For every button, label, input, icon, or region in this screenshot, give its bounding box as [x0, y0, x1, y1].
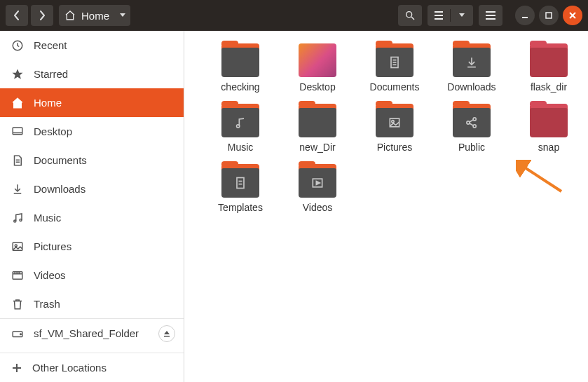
- sidebar-item-label: Music: [34, 212, 61, 224]
- sidebar-item-home[interactable]: Home: [0, 88, 184, 117]
- view-mode-combo: [428, 5, 473, 26]
- trash-icon: [11, 298, 24, 311]
- svg-point-39: [392, 121, 394, 123]
- sidebar-item-trash[interactable]: Trash: [0, 289, 184, 318]
- grid-item-downloads[interactable]: Downloads: [434, 43, 510, 93]
- music-icon: [11, 212, 24, 224]
- grid-item-music[interactable]: Music: [203, 104, 278, 153]
- sidebar-item-desktop[interactable]: Desktop: [0, 117, 184, 146]
- svg-rect-9: [546, 13, 552, 18]
- caret-down-icon: [119, 13, 126, 18]
- plus-icon: [11, 362, 22, 374]
- grid-item-label: Desktop: [299, 81, 335, 93]
- sidebar-item-music[interactable]: Music: [0, 203, 184, 232]
- sidebar-item-label: Documents: [34, 154, 87, 166]
- grid-item-desktop[interactable]: Desktop: [280, 43, 355, 93]
- folder-icon: [299, 104, 336, 137]
- home-icon: [11, 97, 24, 109]
- folder-icon: [453, 43, 491, 77]
- svg-point-28: [20, 334, 22, 335]
- header-bar: Home: [0, 0, 588, 31]
- grid-item-snap[interactable]: snap: [511, 104, 587, 153]
- svg-line-44: [470, 123, 474, 125]
- sidebar-item-label: sf_VM_Shared_Folder: [34, 327, 139, 339]
- svg-rect-45: [237, 178, 244, 189]
- svg-point-19: [20, 219, 22, 221]
- window-minimize-button[interactable]: [515, 6, 535, 25]
- folder-icon: [299, 164, 336, 198]
- svg-point-0: [406, 12, 412, 18]
- svg-line-1: [411, 17, 414, 20]
- clock-icon: [11, 39, 24, 52]
- file-grid: checkingDesktopDocumentsDownloadsflask_d…: [184, 31, 588, 382]
- hamburger-menu-button[interactable]: [479, 5, 502, 26]
- grid-item-label: Videos: [303, 202, 333, 213]
- pathbar-label: Home: [81, 10, 109, 22]
- drive-icon: [11, 327, 24, 340]
- sidebar-item-videos[interactable]: Videos: [0, 261, 184, 289]
- sidebar-item-label: Desktop: [34, 125, 72, 137]
- sidebar-item-recent[interactable]: Recent: [0, 31, 184, 60]
- folder-icon: [221, 164, 259, 198]
- sidebar-item-label: Starred: [34, 68, 68, 80]
- sidebar-item-downloads[interactable]: Downloads: [0, 175, 184, 203]
- videos-icon: [11, 269, 24, 282]
- window-close-button[interactable]: [563, 6, 582, 25]
- grid-item-checking[interactable]: checking: [203, 43, 278, 93]
- folder-icon: [376, 43, 413, 77]
- grid-item-documents[interactable]: Documents: [357, 43, 432, 93]
- sidebar-item-documents[interactable]: Documents: [0, 146, 184, 175]
- grid-item-label: new_Dir: [299, 142, 335, 153]
- desktop-icon: [11, 125, 24, 138]
- list-view-button[interactable]: [428, 5, 450, 26]
- svg-line-43: [470, 120, 474, 122]
- window-maximize-button[interactable]: [539, 6, 559, 25]
- svg-rect-29: [164, 336, 170, 337]
- star-icon: [11, 68, 24, 81]
- sidebar-item-label: Videos: [34, 269, 66, 281]
- grid-item-label: checking: [221, 81, 259, 93]
- documents-icon: [11, 154, 24, 167]
- sidebar-item-label: Other Locations: [32, 362, 107, 374]
- grid-item-label: Public: [458, 142, 485, 153]
- sidebar-item-label: Downloads: [34, 183, 86, 195]
- folder-icon: [530, 43, 568, 77]
- grid-item-label: Pictures: [377, 142, 413, 153]
- sidebar-item-label: Home: [34, 97, 62, 109]
- view-options-button[interactable]: [451, 5, 473, 26]
- pathbar-home[interactable]: Home: [59, 5, 130, 26]
- svg-point-37: [237, 125, 240, 128]
- grid-item-label: Documents: [370, 81, 420, 93]
- grid-item-public[interactable]: Public: [434, 104, 510, 153]
- pictures-icon: [11, 240, 24, 253]
- grid-item-new_dir[interactable]: new_Dir: [280, 104, 355, 153]
- folder-icon: [221, 43, 259, 77]
- folder-icon: [376, 104, 413, 137]
- grid-item-flask_dir[interactable]: flask_dir: [511, 43, 587, 93]
- sidebar-item-label: Pictures: [34, 240, 71, 252]
- home-icon: [64, 10, 76, 21]
- sidebar: Recent Starred Home Desktop Documents Do…: [0, 31, 184, 382]
- folder-icon: [530, 104, 568, 137]
- sidebar-item-pictures[interactable]: Pictures: [0, 232, 184, 261]
- nav-forward-button[interactable]: [31, 5, 53, 26]
- sidebar-item-sf-vm-shared[interactable]: sf_VM_Shared_Folder: [0, 319, 184, 348]
- grid-item-label: snap: [538, 142, 559, 153]
- search-button[interactable]: [398, 5, 422, 26]
- nav-back-button[interactable]: [6, 5, 28, 26]
- grid-item-label: Downloads: [447, 81, 495, 93]
- download-icon: [11, 183, 24, 196]
- eject-button[interactable]: [158, 325, 175, 342]
- sidebar-item-starred[interactable]: Starred: [0, 60, 184, 88]
- grid-item-pictures[interactable]: Pictures: [357, 104, 432, 153]
- svg-point-18: [14, 220, 16, 222]
- svg-rect-13: [13, 128, 22, 135]
- sidebar-item-other-locations[interactable]: Other Locations: [0, 353, 184, 382]
- desktop-folder-icon: [299, 43, 336, 77]
- sidebar-item-label: Trash: [34, 298, 60, 310]
- folder-icon: [221, 104, 259, 137]
- grid-item-videos[interactable]: Videos: [280, 164, 355, 213]
- grid-item-label: Templates: [218, 202, 263, 213]
- sidebar-item-label: Recent: [34, 39, 67, 51]
- grid-item-templates[interactable]: Templates: [203, 164, 278, 213]
